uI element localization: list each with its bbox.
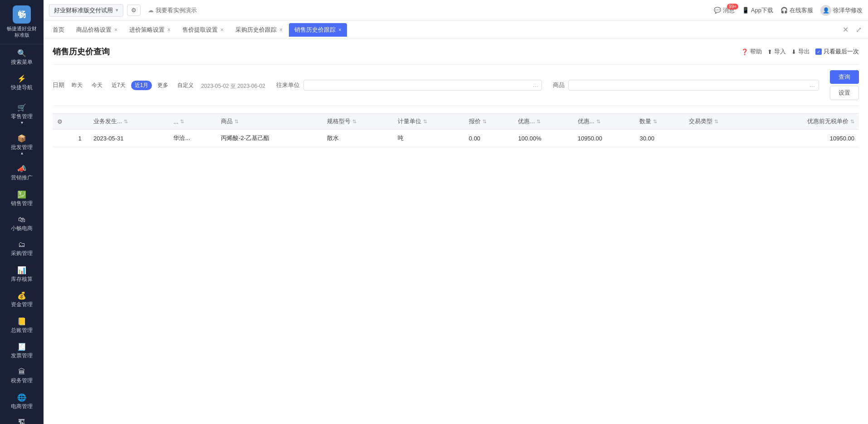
tab-home[interactable]: 首页 [47, 23, 70, 37]
service-icon: 🎧 [780, 7, 788, 14]
tab-home-label: 首页 [53, 26, 64, 34]
partner-input-more[interactable]: … [532, 82, 538, 88]
th-bizdate[interactable]: 业务发生... ⇅ [89, 114, 169, 130]
sidebar-item-sales[interactable]: 💹 销售管理 [0, 186, 44, 211]
page-header: 销售历史价查询 ❓ 帮助 ⬆ 导入 ⬇ 导出 ✓ 只 [53, 46, 859, 57]
sidebar-item-invoice[interactable]: 🧾 发票管理 [0, 338, 44, 363]
demo-text: 我要看实例演示 [156, 6, 197, 14]
th-notax-price-label: 优惠前无税单价 [807, 117, 848, 125]
topbar-settings-icon: ⚙ [131, 7, 137, 14]
tabbar: 首页 商品价格设置 × 进价策略设置 × 售价提取设置 × 采购历史价跟踪 × … [44, 21, 868, 39]
col-settings-gear-icon[interactable]: ⚙ [57, 118, 63, 125]
th-spec-sort-icon: ⇅ [352, 119, 356, 125]
check-icon: ✓ [817, 49, 820, 54]
message-btn[interactable]: 💬 消息 99+ [714, 6, 735, 14]
app-download-btn[interactable]: 📱 App下载 [742, 6, 773, 14]
user-menu[interactable]: 👤 徐泽华修改 [820, 5, 863, 16]
th-more1[interactable]: ... ⇅ [169, 114, 216, 130]
sidebar-item-tax[interactable]: 🏛 税务管理 [0, 363, 44, 388]
sidebar-item-ecommerce-small[interactable]: 🛍 小畅电商 [0, 211, 44, 236]
tab-maximize-btn[interactable]: ⤢ [853, 24, 864, 35]
page-content: 销售历史价查询 ❓ 帮助 ⬆ 导入 ⬇ 导出 ✓ 只 [44, 39, 868, 424]
date-option-last1month[interactable]: 近1月 [131, 81, 152, 90]
search-btn[interactable]: 查询 [830, 70, 859, 84]
th-unit[interactable]: 计量单位 ⇅ [393, 114, 464, 130]
import-label: 导入 [774, 48, 786, 56]
th-discount1-sort-icon: ⇅ [536, 119, 541, 125]
tab-price-extract[interactable]: 售价提取设置 × [177, 23, 229, 37]
th-qty[interactable]: 数量 ⇅ [635, 114, 684, 130]
sidebar-item-retail[interactable]: 🛒 零售管理 ▾ [0, 99, 44, 129]
product-input[interactable]: … [568, 80, 819, 91]
app-label: App下载 [751, 6, 773, 14]
th-unit-label: 计量单位 [398, 117, 421, 125]
th-notax-price[interactable]: 优惠前无税单价 ⇅ [756, 114, 859, 130]
row-spec: 散水 [322, 130, 394, 147]
th-txtype[interactable]: 交易类型 ⇅ [684, 114, 756, 130]
sidebar-item-quick-nav[interactable]: ⚡ 快捷导航 [0, 70, 44, 95]
date-option-last7[interactable]: 近7天 [108, 81, 129, 90]
sidebar-item-assets[interactable]: 🏗 固定资产 [0, 414, 44, 424]
date-options: 昨天 今天 近7天 近1月 更多 自定义 [68, 81, 197, 90]
service-btn[interactable]: 🎧 在线客服 [780, 6, 813, 14]
tab-purchase-strategy-label: 进价策略设置 [129, 26, 165, 34]
tab-price-extract-close[interactable]: × [220, 27, 224, 33]
avatar: 👤 [820, 5, 831, 16]
th-txtype-label: 交易类型 [689, 117, 712, 125]
date-option-custom[interactable]: 自定义 [174, 81, 197, 90]
tab-purchase-strategy-close[interactable]: × [167, 27, 171, 33]
export-icon: ⬇ [791, 48, 796, 55]
import-btn[interactable]: ⬆ 导入 [767, 48, 786, 56]
logo-icon: 畅 [13, 5, 31, 24]
last-only-label: 只看最后一次 [824, 48, 859, 56]
product-input-more[interactable]: … [809, 82, 815, 88]
tab-purchase-history-close[interactable]: × [279, 27, 283, 33]
sidebar-item-inventory[interactable]: 📊 库存核算 [0, 261, 44, 287]
th-discount2-label: 优惠... [578, 117, 595, 125]
marketing-icon: 📣 [17, 164, 26, 173]
partner-input[interactable]: … [303, 80, 542, 91]
sidebar-item-finance[interactable]: 💰 资金管理 [0, 287, 44, 312]
th-unit-sort-icon: ⇅ [423, 119, 427, 125]
row-num: 1 [71, 130, 89, 147]
partner-filter-group: 往来单位 … [276, 80, 542, 91]
sidebar-item-marketing[interactable]: 📣 营销推广 [0, 160, 44, 185]
demo-icon: ☁ [148, 7, 154, 14]
sidebar-item-purchase[interactable]: 🗂 采购管理 [0, 236, 44, 261]
row-txtype [684, 130, 756, 147]
company-selector[interactable]: 好业财标准版交付试用 ▾ [49, 4, 123, 17]
export-btn[interactable]: ⬇ 导出 [791, 48, 810, 56]
th-settings[interactable]: ⚙ [53, 114, 71, 130]
table-row: 1 2023-05-31 华洽... 丙烯酸-2-乙基己酯 散水 吨 0.00 … [53, 130, 859, 147]
tab-purchase-strategy[interactable]: 进价策略设置 × [124, 23, 176, 37]
tab-sales-history[interactable]: 销售历史价跟踪 × [289, 23, 347, 37]
demo-link[interactable]: ☁ 我要看实例演示 [148, 6, 197, 14]
wholesale-icon: 📦 [17, 134, 26, 143]
date-option-yesterday[interactable]: 昨天 [68, 81, 86, 90]
sidebar-item-ledger[interactable]: 📒 总账管理 [0, 313, 44, 338]
last-only-checkbox-box: ✓ [815, 48, 822, 55]
help-btn[interactable]: ❓ 帮助 [741, 48, 762, 56]
last-only-checkbox[interactable]: ✓ 只看最后一次 [815, 48, 859, 56]
retail-icon: 🛒 [17, 103, 26, 112]
topbar-settings-btn[interactable]: ⚙ [127, 5, 141, 16]
sidebar-item-wholesale[interactable]: 📦 批发管理 ▴ [0, 130, 44, 160]
th-txtype-sort-icon: ⇅ [714, 119, 718, 125]
tab-product-price-close[interactable]: × [114, 27, 117, 33]
sidebar-item-search[interactable]: 🔍 搜索菜单 [0, 44, 44, 70]
date-option-today[interactable]: 今天 [88, 81, 106, 90]
date-option-more[interactable]: 更多 [154, 81, 172, 90]
tab-sales-history-close[interactable]: × [338, 27, 341, 33]
sidebar-item-ecommerce[interactable]: 🌐 电商管理 [0, 389, 44, 414]
tab-close-btn[interactable]: ✕ [840, 24, 851, 35]
tab-purchase-history[interactable]: 采购历史价跟踪 × [230, 23, 288, 37]
th-product[interactable]: 商品 ⇅ [216, 114, 322, 130]
invoice-icon: 🧾 [17, 342, 26, 351]
th-discount1[interactable]: 优惠... ⇅ [513, 114, 573, 130]
th-price[interactable]: 报价 ⇅ [464, 114, 514, 130]
search-icon: 🔍 [17, 49, 26, 58]
tab-product-price[interactable]: 商品价格设置 × [71, 23, 123, 37]
th-spec[interactable]: 规格型号 ⇅ [322, 114, 394, 130]
th-discount2[interactable]: 优惠... ⇅ [573, 114, 635, 130]
filter-setting-btn[interactable]: 设置 [830, 86, 859, 100]
